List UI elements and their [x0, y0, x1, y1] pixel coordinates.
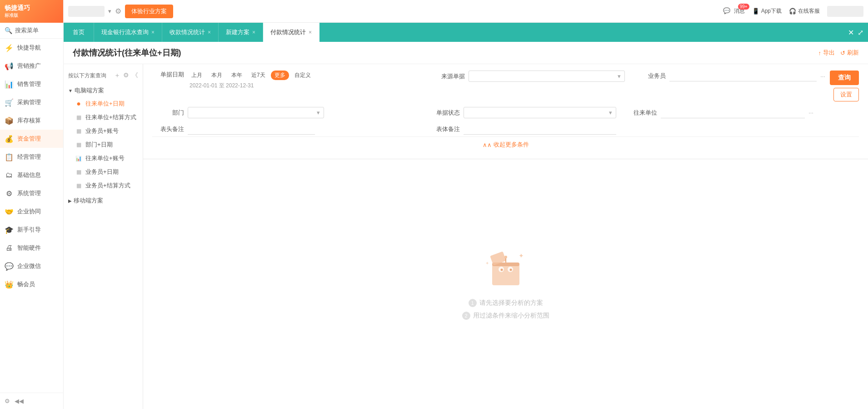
sidebar-item-purchase[interactable]: 🛒 采购管理	[0, 93, 63, 111]
scheme-item-staff-settle[interactable]: ▦ 业务员+结算方式	[64, 179, 143, 192]
tab-new-plan-close-icon[interactable]: ×	[252, 29, 255, 35]
sidebar-item-sys-mgmt[interactable]: ⚙ 系统管理	[0, 184, 63, 202]
partner-input[interactable]	[661, 107, 805, 118]
doc-status-select[interactable]: ▾	[464, 107, 616, 118]
marketing-icon: 📢	[5, 61, 14, 71]
sidebar-settings-icon[interactable]: ⚙	[5, 398, 10, 404]
sidebar-item-operations[interactable]: 📋 经营管理	[0, 148, 63, 166]
sidebar-item-inventory[interactable]: 📦 库存核算	[0, 111, 63, 130]
staff-more-icon[interactable]: ···	[820, 73, 825, 80]
partner-more-icon[interactable]: ···	[808, 109, 813, 116]
sidebar-item-label: 采购管理	[17, 98, 41, 106]
tab-receipt-stats-close-icon[interactable]: ×	[208, 29, 211, 35]
date-tab-more[interactable]: 更多	[271, 71, 289, 80]
tab-new-plan[interactable]: 新建方案 ×	[219, 23, 263, 42]
date-tab-this-year[interactable]: 本年	[228, 71, 246, 80]
scheme-group-pc-header[interactable]: ▼ 电脑端方案	[64, 84, 143, 97]
query-btn[interactable]: 查询	[830, 71, 859, 85]
sidebar-item-enterprise[interactable]: 🤝 企业协同	[0, 202, 63, 221]
user-info-placeholder[interactable]	[827, 6, 863, 17]
source-doc-arrow-icon: ▾	[618, 73, 621, 80]
scheme-item-unit-settle[interactable]: ▦ 往来单位+结算方式	[64, 111, 143, 124]
scheme-item-unit-date[interactable]: ● 往来单位+日期	[64, 97, 143, 111]
tab-home[interactable]: 首页	[64, 23, 94, 42]
pc-group-arrow-icon: ▼	[68, 88, 73, 93]
sidebar-item-basic-info[interactable]: 🗂 基础信息	[0, 166, 63, 184]
app-download-btn[interactable]: 📱 App下载	[752, 7, 782, 15]
staff-settle-icon: ▦	[75, 182, 83, 190]
sidebar-item-label: 资金管理	[17, 135, 41, 143]
scheme-item-label: 业务员+账号	[85, 127, 119, 135]
add-scheme-icon[interactable]: ＋	[114, 71, 120, 80]
tab-receipt-stats[interactable]: 收款情况统计 ×	[162, 23, 219, 42]
pc-group-label: 电脑端方案	[75, 86, 104, 95]
staff-input[interactable]	[669, 71, 817, 81]
table-head-note-input[interactable]	[188, 124, 315, 135]
scheme-group-pc: ▼ 电脑端方案 ● 往来单位+日期 ▦ 往来单位+结算方式 ▦ 业务员+账号 ▦	[64, 84, 143, 192]
mobile-group-label: 移动端方案	[74, 197, 103, 205]
sidebar-item-member[interactable]: 👑 畅会员	[0, 275, 63, 293]
scheme-item-staff-account[interactable]: ▦ 业务员+账号	[64, 124, 143, 138]
trial-btn[interactable]: 体验行业方案	[125, 5, 173, 18]
setting-btn[interactable]: 设置	[833, 88, 859, 101]
svg-point-6	[509, 268, 512, 271]
search-menu-item[interactable]: 🔍 搜索菜单	[0, 23, 63, 39]
export-icon: ↑	[818, 50, 822, 56]
tab-payment-stats-close-icon[interactable]: ×	[309, 29, 312, 35]
scheme-item-label: 部门+日期	[85, 141, 113, 149]
message-icon-container[interactable]: 💬 99+ 消息	[723, 7, 745, 15]
sidebar-item-sales[interactable]: 📊 销售管理	[0, 75, 63, 93]
dropdown-arrow-icon[interactable]: ▾	[108, 8, 111, 15]
service-icon: 🎧	[789, 8, 796, 15]
online-service-btn[interactable]: 🎧 在线客服	[789, 7, 820, 15]
date-label: 单据日期	[152, 71, 184, 79]
basic-info-icon: 🗂	[5, 171, 14, 180]
sidebar-item-wechat[interactable]: 💬 企业微信	[0, 257, 63, 275]
tab-payment-stats[interactable]: 付款情况统计 ×	[263, 23, 319, 42]
sales-icon: 📊	[5, 80, 14, 89]
dept-arrow-icon: ▾	[317, 109, 320, 116]
sidebar-item-quick-nav[interactable]: ⚡ 快捷导航	[0, 39, 63, 57]
scheme-item-unit-account[interactable]: 📊 往来单位+账号	[64, 151, 143, 165]
tab-bank-flow[interactable]: 现金银行流水查询 ×	[94, 23, 162, 42]
hint-text-1: 请先选择要分析的方案	[479, 299, 543, 307]
scheme-group-mobile-header[interactable]: ▶ 移动端方案	[64, 194, 143, 207]
sidebar-item-hardware[interactable]: 🖨 智能硬件	[0, 239, 63, 257]
collapse-more-conditions-btn[interactable]: ∧∧ 收起更多条件	[152, 136, 859, 152]
hint-num-2: 2	[462, 312, 470, 320]
content-area: 按以下方案查询 ＋ ⚙ 《 ▼ 电脑端方案 ● 往来单位+日期 ▦	[64, 64, 868, 409]
message-badge: 99+	[738, 4, 749, 10]
refresh-btn[interactable]: ↺ 刷新	[840, 49, 859, 57]
sidebar-item-guide[interactable]: 🎓 新手引导	[0, 221, 63, 239]
date-tab-this-month[interactable]: 本月	[208, 71, 226, 80]
date-tab-custom[interactable]: 自定义	[291, 71, 314, 80]
tab-bank-flow-close-icon[interactable]: ×	[151, 29, 155, 35]
source-doc-select[interactable]: ▾	[469, 71, 624, 82]
sidebar-item-label: 库存核算	[17, 116, 41, 125]
svg-point-5	[500, 268, 503, 271]
sidebar-collapse-icon[interactable]: ◀◀	[15, 398, 24, 404]
mobile-group-arrow-icon: ▶	[68, 198, 72, 203]
filter-actions: 查询 设置	[830, 71, 859, 101]
date-tab-7days[interactable]: 近7天	[248, 71, 269, 80]
scheme-item-staff-date[interactable]: ▦ 业务员+日期	[64, 165, 143, 179]
export-btn[interactable]: ↑ 导出	[818, 49, 835, 57]
sidebar-footer: ⚙ ◀◀	[0, 393, 63, 409]
date-tab-last-month[interactable]: 上月	[188, 71, 206, 80]
settings-gear-icon[interactable]: ⚙	[115, 7, 121, 15]
dept-select[interactable]: ▾	[188, 107, 324, 118]
table-body-note-input[interactable]	[464, 124, 616, 135]
svg-point-8	[504, 256, 507, 258]
sidebar-item-marketing[interactable]: 📢 营销推广	[0, 57, 63, 75]
app-logo: 畅捷通巧 标准版	[0, 0, 63, 23]
scheme-settings-icon[interactable]: ⚙	[123, 71, 129, 80]
scheme-item-dept-date[interactable]: ▦ 部门+日期	[64, 138, 143, 151]
collapse-panel-icon[interactable]: 《	[132, 71, 138, 80]
tab-bank-flow-label: 现金银行流水查询	[101, 28, 149, 36]
sidebar-item-funds[interactable]: 💰 资金管理	[0, 130, 63, 148]
tab-expand-icon[interactable]: ⤢	[858, 28, 863, 37]
sidebar-item-label: 畅会员	[17, 280, 35, 288]
sidebar-item-label: 基础信息	[17, 171, 41, 179]
tab-close-all-icon[interactable]: ✕	[848, 28, 854, 37]
sidebar-item-label: 快捷导航	[17, 44, 41, 52]
